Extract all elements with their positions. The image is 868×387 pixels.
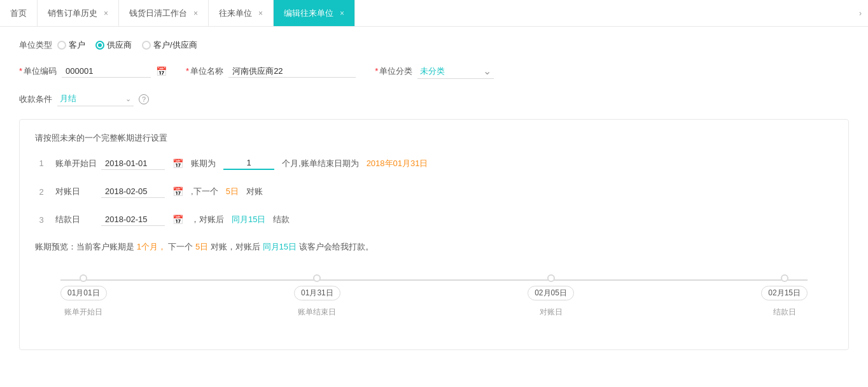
timeline-point-2: 01月31日 账单结束日 xyxy=(294,274,340,318)
timeline-point-1: 01月01日 账单开始日 xyxy=(60,274,107,318)
payment-row: 收款条件 月结 ⌄ ? xyxy=(19,92,849,106)
preview-highlight2: 5日 xyxy=(195,242,208,251)
unit-class-select[interactable]: 未分类 ⌄ xyxy=(417,64,494,79)
unit-name-field: *单位名称 xyxy=(186,65,356,78)
point-label-1: 账单开始日 xyxy=(64,307,102,318)
tab-sales-history-close[interactable]: × xyxy=(104,9,108,18)
unit-type-field: 单位类型 客户 供应商 客户/供应商 xyxy=(19,39,197,51)
payment-help-icon[interactable]: ? xyxy=(139,94,149,104)
start-date-input[interactable] xyxy=(101,157,165,170)
row-label-2: 对账日 xyxy=(55,186,94,197)
point-badge-4: 02月15日 xyxy=(761,286,808,300)
preview-highlight3: 同月15日 xyxy=(263,242,297,251)
point-badge-3: 02月05日 xyxy=(528,286,574,300)
row-num-3: 3 xyxy=(35,215,48,225)
unit-class-field: *单位分类 未分类 ⌄ xyxy=(375,64,494,79)
unit-code-icon[interactable]: 📅 xyxy=(156,66,167,76)
tab-edit-counterpart[interactable]: 编辑往来单位 × xyxy=(274,0,355,26)
unit-code-input[interactable] xyxy=(62,65,151,78)
radio-group: 客户 供应商 客户/供应商 xyxy=(57,39,197,51)
setting-row-1: 1 账单开始日 📅 账期为 个月,账单结束日期为 2018年01月31日 xyxy=(35,157,833,170)
point-dot-1 xyxy=(80,274,87,282)
unit-type-label: 单位类型 xyxy=(19,39,52,51)
preview-mid1: 下一个 xyxy=(168,242,193,251)
point-dot-3 xyxy=(547,274,555,282)
payment-label: 收款条件 xyxy=(19,94,52,105)
code-name-class-row: *单位编码 📅 *单位名称 *单位分类 未分类 ⌄ xyxy=(19,64,849,79)
payment-date-calendar-icon[interactable]: 📅 xyxy=(172,215,183,225)
radio-cs-circle xyxy=(142,41,151,50)
point-badge-1: 01月01日 xyxy=(60,286,107,300)
unit-class-arrow: ⌄ xyxy=(483,65,491,77)
radio-cs-label: 客户/供应商 xyxy=(153,39,197,51)
unit-name-input[interactable] xyxy=(228,65,356,78)
unit-name-label: *单位名称 xyxy=(186,66,223,77)
unit-name-star: * xyxy=(186,66,189,76)
timeline-point-3: 02月05日 对账日 xyxy=(528,274,574,318)
tab-cash-work-label: 钱货日清工作台 xyxy=(129,8,187,19)
row2-desc-suffix: 对账 xyxy=(246,186,263,197)
tabs-scroll-arrow[interactable]: › xyxy=(853,0,868,26)
reconcile-date-input[interactable] xyxy=(101,185,165,198)
settings-card: 请按照未来的一个完整帐期进行设置 1 账单开始日 📅 账期为 个月,账单结束日期… xyxy=(19,119,849,350)
radio-customer-label: 客户 xyxy=(69,39,85,51)
point-label-3: 对账日 xyxy=(540,307,563,318)
timeline-point-4: 02月15日 结款日 xyxy=(761,274,808,318)
tab-home[interactable]: 首页 xyxy=(0,0,38,26)
radio-customer-supplier[interactable]: 客户/供应商 xyxy=(142,39,197,51)
preview-prefix: 账期预览：当前客户账期是 xyxy=(35,242,134,251)
timeline: 01月01日 账单开始日 01月31日 账单结束日 02月05日 对账日 02月… xyxy=(35,268,833,337)
row1-desc-prefix: 账期为 xyxy=(191,158,216,169)
payment-arrow: ⌄ xyxy=(125,95,131,103)
unit-code-star: * xyxy=(19,66,22,76)
setting-row-3: 3 结款日 📅 ，对账后 同月15日 结款 xyxy=(35,213,833,226)
unit-class-label: *单位分类 xyxy=(375,66,412,77)
row3-desc-prefix: ，对账后 xyxy=(191,214,224,225)
point-label-2: 账单结束日 xyxy=(298,307,336,318)
row-label-3: 结款日 xyxy=(55,214,94,225)
tab-counterpart[interactable]: 往来单位 × xyxy=(209,0,274,26)
row1-end-date: 2018年01月31日 xyxy=(367,158,428,169)
row1-desc-suffix: 个月,账单结束日期为 xyxy=(282,158,359,169)
page-content: 单位类型 客户 供应商 客户/供应商 *单位编码 xyxy=(0,27,868,387)
tab-edit-counterpart-label: 编辑往来单位 xyxy=(284,8,333,19)
tab-cash-work-close[interactable]: × xyxy=(193,9,198,18)
payment-select[interactable]: 月结 ⌄ xyxy=(57,92,134,106)
radio-supplier-circle xyxy=(95,41,104,50)
tabs-bar: 首页 销售订单历史 × 钱货日清工作台 × 往来单位 × 编辑往来单位 × › xyxy=(0,0,868,27)
row2-desc-prefix: ,下一个 xyxy=(191,186,218,197)
tab-counterpart-close[interactable]: × xyxy=(258,9,263,18)
unit-class-star: * xyxy=(375,66,378,76)
preview-highlight1: 1个月， xyxy=(137,242,166,251)
start-date-calendar-icon[interactable]: 📅 xyxy=(172,158,183,169)
unit-class-value: 未分类 xyxy=(420,66,480,77)
point-dot-4 xyxy=(781,274,788,282)
tab-home-label: 首页 xyxy=(10,8,27,19)
payment-value: 月结 xyxy=(60,93,123,104)
unit-code-label: *单位编码 xyxy=(19,66,57,77)
card-title: 请按照未来的一个完整帐期进行设置 xyxy=(35,132,833,144)
radio-customer-circle xyxy=(57,41,66,50)
payment-field: 收款条件 月结 ⌄ ? xyxy=(19,92,149,106)
radio-customer[interactable]: 客户 xyxy=(57,39,85,51)
period-input[interactable] xyxy=(223,157,274,170)
radio-supplier[interactable]: 供应商 xyxy=(95,39,132,51)
preview-mid2: 对账，对账后 xyxy=(211,242,260,251)
tab-sales-history-label: 销售订单历史 xyxy=(48,8,97,19)
row2-highlight: 5日 xyxy=(226,186,239,197)
setting-row-2: 2 对账日 📅 ,下一个 5日 对账 xyxy=(35,185,833,198)
row-num-1: 1 xyxy=(35,158,48,168)
reconcile-date-calendar-icon[interactable]: 📅 xyxy=(172,186,183,197)
point-label-4: 结款日 xyxy=(773,307,796,318)
row3-desc-suffix: 结款 xyxy=(273,214,290,225)
payment-date-input[interactable] xyxy=(101,213,165,226)
point-badge-2: 01月31日 xyxy=(294,286,340,300)
tab-edit-counterpart-close[interactable]: × xyxy=(340,9,344,18)
row-label-1: 账单开始日 xyxy=(55,158,94,169)
timeline-points: 01月01日 账单开始日 01月31日 账单结束日 02月05日 对账日 02月… xyxy=(35,274,833,318)
preview-suffix: 该客户会给我打款。 xyxy=(299,242,374,251)
tab-sales-history[interactable]: 销售订单历史 × xyxy=(38,0,119,26)
unit-code-field: *单位编码 📅 xyxy=(19,65,167,78)
tab-cash-work[interactable]: 钱货日清工作台 × xyxy=(119,0,209,26)
row-num-2: 2 xyxy=(35,187,48,197)
